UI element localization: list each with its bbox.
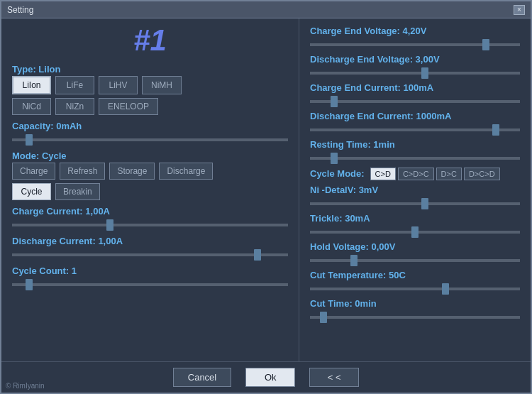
- capacity-label: Capacity: 0mAh: [12, 121, 288, 131]
- left-panel: #1 Type: LiIon LiIon LiFe LiHV NiMH NiCd…: [1, 18, 299, 361]
- cycle-mode-btn-cd[interactable]: C>D: [370, 168, 396, 180]
- mode-buttons-row1: Charge Refresh Storage Discharge: [12, 163, 288, 180]
- hold-voltage-slider[interactable]: [310, 259, 520, 262]
- type-btn-nizn[interactable]: NiZn: [55, 98, 94, 115]
- hold-voltage-label: Hold Voltage: 0,00V: [310, 241, 520, 252]
- mode-section: Mode: Cycle Charge Refresh Storage Disch…: [12, 151, 288, 200]
- title-bar: Setting ×: [1, 1, 531, 18]
- channel-number: #1: [12, 26, 288, 55]
- main-window: Setting × #1 Type: LiIon LiIon LiFe LiHV…: [0, 0, 532, 394]
- charge-end-current-label: Charge End Current: 100mA: [310, 82, 520, 93]
- ok-button[interactable]: Ok: [245, 368, 295, 387]
- ni-delta-section: Ni -DetalV: 3mV: [310, 185, 520, 209]
- cycle-mode-btn-dc[interactable]: D>C: [436, 168, 462, 180]
- resting-time-label: Resting Time: 1min: [310, 139, 520, 150]
- charge-end-voltage-section: Charge End Voltage: 4,20V: [310, 26, 520, 50]
- mode-label: Mode: Cycle: [12, 151, 288, 161]
- content-area: #1 Type: LiIon LiIon LiFe LiHV NiMH NiCd…: [1, 18, 531, 361]
- cut-temperature-label: Cut Temperature: 50C: [310, 270, 520, 280]
- close-button[interactable]: ×: [514, 5, 525, 15]
- mode-btn-cycle[interactable]: Cycle: [12, 183, 51, 200]
- cut-temperature-slider[interactable]: [310, 288, 520, 290]
- cycle-count-label: Cycle Count: 1: [12, 266, 288, 276]
- cancel-button[interactable]: Cancel: [173, 368, 231, 387]
- cycle-mode-label: Cycle Mode:: [310, 168, 365, 179]
- type-btn-nicd[interactable]: NiCd: [12, 98, 51, 115]
- mode-buttons-row2: Cycle Breakin: [12, 183, 288, 200]
- cut-time-slider[interactable]: [310, 316, 520, 319]
- hold-voltage-section: Hold Voltage: 0,00V: [310, 241, 520, 266]
- trickle-slider[interactable]: [310, 231, 520, 234]
- discharge-current-slider[interactable]: [12, 253, 288, 256]
- type-buttons: LiIon LiFe LiHV NiMH: [12, 76, 288, 94]
- cycle-count-section: Cycle Count: 1: [12, 266, 288, 290]
- charge-end-voltage-label: Charge End Voltage: 4,20V: [310, 26, 520, 36]
- ni-delta-label: Ni -DetalV: 3mV: [310, 185, 520, 195]
- discharge-end-voltage-section: Discharge End Voltage: 3,00V: [310, 54, 520, 78]
- cut-time-section: Cut Time: 0min: [310, 298, 520, 322]
- cut-temperature-section: Cut Temperature: 50C: [310, 270, 520, 294]
- charge-current-section: Charge Current: 1,00A: [12, 206, 288, 230]
- discharge-end-current-label: Discharge End Current: 1000mA: [310, 111, 520, 121]
- footer: Cancel Ok < < © RimIyanin: [1, 361, 531, 393]
- charge-end-current-section: Charge End Current: 100mA: [310, 82, 520, 106]
- type-btn-eneloop[interactable]: ENELOOP: [99, 98, 158, 115]
- discharge-end-current-slider[interactable]: [310, 128, 520, 131]
- ni-delta-slider[interactable]: [310, 202, 520, 205]
- cut-time-label: Cut Time: 0min: [310, 298, 520, 309]
- discharge-end-voltage-slider[interactable]: [310, 72, 520, 75]
- type-buttons-row2: NiCd NiZn ENELOOP: [12, 98, 288, 115]
- mode-btn-refresh[interactable]: Refresh: [60, 163, 105, 180]
- copyright: © RimIyanin: [6, 382, 45, 390]
- charge-current-label: Charge Current: 1,00A: [12, 206, 288, 217]
- mode-btn-charge[interactable]: Charge: [12, 163, 55, 180]
- mode-btn-discharge[interactable]: Discharge: [159, 163, 213, 180]
- type-section: Type: LiIon LiIon LiFe LiHV NiMH NiCd Ni…: [12, 64, 288, 115]
- capacity-slider[interactable]: [12, 138, 288, 141]
- window-title: Setting: [7, 5, 33, 15]
- type-btn-nimh[interactable]: NiMH: [142, 76, 182, 94]
- cycle-count-slider[interactable]: [12, 283, 288, 286]
- charge-current-slider[interactable]: [12, 224, 288, 226]
- trickle-label: Trickle: 30mA: [310, 213, 520, 224]
- cycle-mode-btn-cdc[interactable]: C>D>C: [398, 168, 434, 180]
- resting-time-slider[interactable]: [310, 157, 520, 160]
- mode-btn-breakin[interactable]: Breakin: [55, 183, 100, 200]
- type-label: Type: LiIon: [12, 64, 288, 75]
- back-button[interactable]: < <: [309, 368, 359, 387]
- discharge-end-voltage-label: Discharge End Voltage: 3,00V: [310, 54, 520, 65]
- resting-time-section: Resting Time: 1min: [310, 139, 520, 163]
- cycle-mode-buttons: C>D C>D>C D>C D>C>D: [370, 168, 500, 180]
- discharge-end-current-section: Discharge End Current: 1000mA: [310, 111, 520, 135]
- cycle-mode-section: Cycle Mode: C>D C>D>C D>C D>C>D: [310, 168, 520, 180]
- cycle-mode-btn-dcd[interactable]: D>C>D: [464, 168, 500, 180]
- mode-btn-storage[interactable]: Storage: [109, 163, 155, 180]
- charge-end-current-slider[interactable]: [310, 100, 520, 103]
- type-btn-life[interactable]: LiFe: [55, 76, 94, 94]
- trickle-section: Trickle: 30mA: [310, 213, 520, 237]
- capacity-section: Capacity: 0mAh: [12, 121, 288, 145]
- right-panel: Charge End Voltage: 4,20V Discharge End …: [299, 18, 531, 361]
- type-btn-lihv[interactable]: LiHV: [99, 76, 138, 94]
- discharge-current-section: Discharge Current: 1,00A: [12, 236, 288, 260]
- type-btn-liion[interactable]: LiIon: [12, 76, 51, 94]
- discharge-current-label: Discharge Current: 1,00A: [12, 236, 288, 246]
- charge-end-voltage-slider[interactable]: [310, 43, 520, 46]
